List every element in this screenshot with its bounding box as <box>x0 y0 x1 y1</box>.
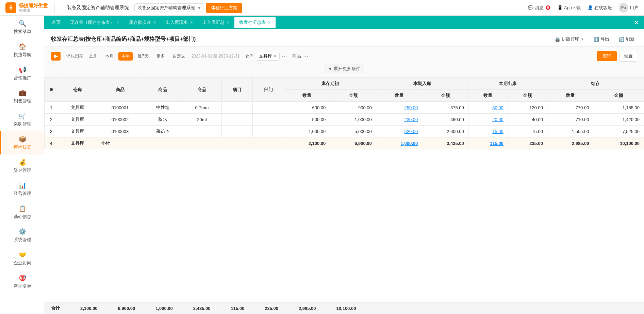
tab-bar-close-all[interactable]: ✕ <box>631 19 641 26</box>
subtotal-out-amt: 235.00 <box>508 137 547 149</box>
data-table: ⚙ 仓库 商品 商品 商品 项目 部门 库存期初 本期入库 本期出库 结存 <box>44 78 644 149</box>
app-download-button[interactable]: 📱 App下载 <box>557 5 581 11</box>
col-department: 部门 <box>253 78 284 102</box>
warehouse-tag[interactable]: 文具库 ✕ <box>256 52 280 61</box>
sidebar-label-system: 系统管理 <box>14 237 31 243</box>
tab-inventory-distribution-close[interactable]: ✕ <box>116 20 119 25</box>
date-btn-more[interactable]: 更多 <box>153 52 168 61</box>
sidebar-item-system[interactable]: ⚙️ 系统管理 <box>0 224 44 247</box>
subtotal-row-num: 4 <box>45 137 58 149</box>
print-button[interactable]: 🖨️ 拼版打印 ▼ <box>552 35 587 44</box>
date-btn-last-month[interactable]: 上月 <box>86 52 100 61</box>
total-in-qty: 1,000.00 <box>155 306 173 311</box>
tab-inout-summary[interactable]: 出入库汇总 ✕ <box>198 17 234 28</box>
tab-batch-account-close[interactable]: ✕ <box>153 20 156 25</box>
cell-row-num: 1 <box>45 102 58 114</box>
sidebar-item-fund[interactable]: 💰 资金管理 <box>0 154 44 178</box>
cell-closing-amt: 1,155.00 <box>593 102 644 114</box>
cell-out-qty[interactable]: 20.00 <box>468 114 508 126</box>
goods-more-dots[interactable]: ··· <box>303 53 308 60</box>
sidebar-label-search: 搜索菜单 <box>14 29 31 35</box>
tab-receive-send-close[interactable]: ✕ <box>268 20 271 25</box>
filter-toggle-button[interactable]: ▶ <box>51 52 61 61</box>
table-row: 3 文具库 0100003 采访本 1,000.00 5,000.00 520.… <box>45 126 644 137</box>
cell-closing-qty: 1,505.00 <box>547 126 593 137</box>
system-selector[interactable]: 装备及固定资产辅助管理系统 <box>134 3 203 12</box>
date-btn-7days[interactable]: 近7天 <box>135 52 151 61</box>
cell-in-qty[interactable]: 230.00 <box>376 114 422 126</box>
warehouse-more-dots[interactable]: ··· <box>282 53 287 60</box>
col-group-in: 本期入库 <box>376 78 468 90</box>
sidebar-item-quick-nav[interactable]: 🏠 快捷导航 <box>0 39 44 62</box>
goods-filter-group: 商品 ··· <box>292 53 308 60</box>
total-opening-qty: 2,100.00 <box>80 306 98 311</box>
experience-button[interactable]: 体验行业方案 <box>206 3 242 13</box>
cell-in-qty[interactable]: 250.00 <box>376 102 422 114</box>
cell-out-qty[interactable]: 15.00 <box>468 126 508 137</box>
refresh-label: 刷新 <box>626 36 634 42</box>
query-button[interactable]: 查询 <box>597 51 617 61</box>
date-range-display: 2023-01-01 至 2023-12-31 <box>192 53 240 59</box>
table-container: ⚙ 仓库 商品 商品 商品 项目 部门 库存期初 本期入库 本期出库 结存 <box>44 78 644 302</box>
page-content: 收发存汇总表(按仓库+商品编码+商品+规格型号+项目+部门) 🖨️ 拼版打印 ▼… <box>44 29 644 314</box>
cell-in-qty[interactable]: 520.00 <box>376 126 422 137</box>
tab-inout-summary-close[interactable]: ✕ <box>227 20 230 25</box>
cell-goods-code: 0100001 <box>97 102 143 114</box>
table-settings-icon[interactable]: ⚙ <box>49 87 53 92</box>
sidebar-item-inventory[interactable]: 📦 库存核算 <box>0 131 44 154</box>
date-btn-this-month[interactable]: 本月 <box>102 52 116 61</box>
tab-inout-flow-close[interactable]: ✕ <box>190 20 193 25</box>
sidebar-label-guide: 新手引导 <box>14 283 31 289</box>
col-goods-name: 商品 <box>143 78 182 102</box>
cell-closing-amt: 1,420.00 <box>593 114 644 126</box>
warehouse-filter-label: 仓库 <box>245 53 254 59</box>
sidebar-item-guide[interactable]: 🎯 新手引导 <box>0 270 44 293</box>
content-area: 首页 现存量（库存分布表） ✕ 库存批次账 ✕ 出入库流水 ✕ 出入库汇总 ✕ … <box>44 16 644 314</box>
message-icon: 💬 <box>528 5 533 10</box>
subtotal-in-amt: 3,435.00 <box>422 137 468 149</box>
export-button[interactable]: ⬇️ 导出 <box>591 35 612 44</box>
cell-in-amt: 375.00 <box>422 102 468 114</box>
sidebar-item-enterprise[interactable]: 🤝 企业协同 <box>0 247 44 270</box>
phone-icon: 📱 <box>557 5 563 10</box>
user-button[interactable]: Ea 用户 <box>619 3 639 13</box>
cell-row-num: 3 <box>45 126 58 137</box>
refresh-button[interactable]: 🔄 刷新 <box>616 35 637 44</box>
search-icon: 🔍 <box>19 20 26 27</box>
tab-receive-send-summary[interactable]: 收发存汇总表 ✕ <box>234 17 276 28</box>
col-goods-spec: 商品 <box>182 78 221 102</box>
cell-out-qty[interactable]: 80.00 <box>468 102 508 114</box>
logo-subtitle: 标准版 <box>19 8 48 13</box>
cell-goods-code: 0100003 <box>97 126 143 137</box>
message-badge: 6 <box>546 5 550 10</box>
inventory-icon: 📦 <box>19 135 26 143</box>
sidebar-item-business[interactable]: 📊 经营管理 <box>0 178 44 201</box>
sidebar-item-sales[interactable]: 💼 销售管理 <box>0 85 44 108</box>
message-button[interactable]: 💬 消息 6 <box>528 5 550 11</box>
warehouse-tag-close[interactable]: ✕ <box>274 54 277 59</box>
sidebar-item-basic-info[interactable]: 📋 基础信息 <box>0 201 44 224</box>
tab-inout-flow[interactable]: 出入库流水 ✕ <box>161 17 198 28</box>
filter-row-1: ▶ 记账日期 上月 本月 本年 近7天 更多 自定义 2023-01-01 至 … <box>51 51 637 62</box>
date-btn-custom[interactable]: 自定义 <box>170 52 188 61</box>
tab-batch-account-label: 库存批次账 <box>129 19 151 26</box>
tab-inventory-distribution[interactable]: 现存量（库存分布表） ✕ <box>65 17 124 28</box>
sidebar-item-search[interactable]: 🔍 搜索菜单 <box>0 16 44 39</box>
settings-sidebar-button[interactable]: 设置 <box>620 51 637 62</box>
app-logo-icon: 6 <box>5 2 16 13</box>
table-settings-col[interactable]: ⚙ <box>45 78 58 102</box>
col-in-qty: 数量 <box>376 90 422 102</box>
online-service-button[interactable]: 👤 在线客服 <box>588 5 612 11</box>
cell-goods-spec: 0.7mm <box>182 102 221 114</box>
subtotal-closing-qty: 2,985.00 <box>547 137 593 149</box>
sidebar-item-purchase[interactable]: 🛒 采购管理 <box>0 108 44 131</box>
tab-home[interactable]: 首页 <box>47 17 65 28</box>
cell-opening-amt: 1,000.00 <box>330 114 376 126</box>
date-btn-this-year[interactable]: 本年 <box>118 52 133 61</box>
header-left: 6 畅捷通好生意 标准版 装备及固定资产辅助管理系统 装备及固定资产辅助管理系统… <box>5 2 242 13</box>
sidebar-item-marketing[interactable]: 📢 营销推广 <box>0 62 44 85</box>
expand-conditions-button[interactable]: ▼ 展开更多条件 <box>324 64 364 73</box>
tab-inventory-distribution-label: 现存量（库存分布表） <box>70 19 114 26</box>
tab-batch-account[interactable]: 库存批次账 ✕ <box>124 17 161 28</box>
goods-filter-label: 商品 <box>292 53 301 59</box>
